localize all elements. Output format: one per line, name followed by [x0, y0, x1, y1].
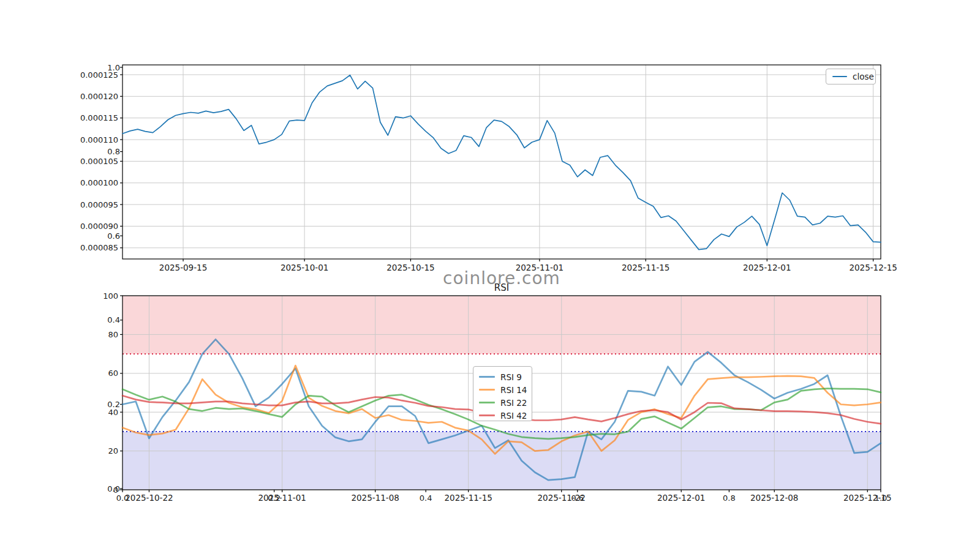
figure: 0.0000850.0000900.0000950.0001000.000105…: [0, 0, 980, 551]
close-legend: close: [826, 69, 876, 84]
rsi-ytick-label: 40: [108, 408, 118, 417]
price-xtick-label: 2025-12-01: [743, 263, 791, 272]
close-legend-line: [832, 76, 847, 77]
price-ytick-label: 0.000100: [80, 178, 118, 187]
twin-xtick-label: 0.4: [420, 493, 432, 503]
rsi-legend-label: RSI 22: [500, 398, 527, 408]
rsi-legend-line: [479, 414, 495, 416]
twin-xtick-label: 0.6: [571, 493, 584, 503]
rsi-xtick-label: 2025-11-01: [258, 493, 306, 503]
rsi-legend-item: RSI 9: [479, 370, 532, 383]
price-ytick-label: 0.000120: [80, 92, 118, 101]
price-xtick-label: 2025-12-15: [849, 263, 897, 272]
rsi-ytick-label: 100: [103, 291, 118, 301]
price-xtick-label: 2025-10-01: [281, 263, 328, 272]
rsi-ytick-label: 80: [108, 330, 118, 339]
oversold-band: [123, 432, 881, 490]
twin-xtick-label: 1.0: [875, 493, 888, 503]
price-xtick-label: 2025-09-15: [159, 263, 207, 272]
price-xtick-label: 2025-11-15: [622, 263, 669, 272]
rsi-legend: RSI 9RSI 14RSI 22RSI 42: [473, 366, 532, 421]
rsi-xtick-label: 2025-11-08: [351, 493, 399, 503]
price-ytick-label: 0.000085: [80, 243, 118, 252]
overbought-band: [123, 296, 881, 354]
price-xtick-label: 2025-11-01: [516, 263, 564, 272]
twin-ytick-label: 0.8: [107, 147, 120, 156]
twin-xtick-label: 0.2: [268, 493, 281, 503]
rsi-xtick-label: 2025-10-22: [125, 493, 173, 503]
rsi-xtick-label: 2025-11-15: [444, 493, 492, 503]
rsi-legend-line: [479, 376, 495, 378]
rsi-legend-label: RSI 14: [500, 385, 527, 395]
close-legend-label: close: [853, 72, 874, 81]
twin-xtick-label: 0.0: [116, 493, 129, 503]
rsi-xtick-label: 2025-12-08: [750, 493, 798, 503]
rsi-legend-item: RSI 14: [479, 383, 532, 396]
twin-ytick-label: 1.0: [107, 63, 120, 72]
rsi-legend-item: RSI 22: [479, 396, 532, 409]
price-xtick-label: 2025-10-15: [386, 263, 434, 272]
price-ytick-label: 0.000105: [80, 157, 118, 166]
twin-ytick-label: 0.6: [107, 231, 120, 241]
twin-xtick-label: 0.8: [723, 493, 736, 503]
rsi-legend-item: RSI 42: [479, 409, 532, 422]
price-ytick-label: 0.000115: [80, 113, 118, 122]
rsi-ytick-label: 60: [108, 369, 118, 378]
rsi-legend-label: RSI 9: [500, 372, 522, 382]
price-ytick-label: 0.000110: [80, 135, 118, 144]
rsi-legend-line: [479, 402, 495, 403]
rsi-legend-line: [479, 389, 495, 391]
price-ytick-label: 0.000090: [80, 222, 118, 231]
rsi-xtick-label: 2025-12-01: [657, 493, 705, 503]
twin-ytick-label: 0.4: [107, 315, 120, 324]
rsi-ytick-label: 20: [108, 446, 118, 455]
rsi-legend-label: RSI 42: [500, 411, 527, 421]
price-ytick-label: 0.000095: [80, 200, 118, 209]
